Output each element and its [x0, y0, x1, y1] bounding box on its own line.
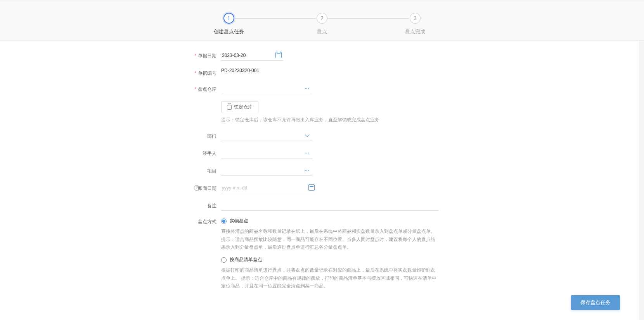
radio-by-list-desc: 根据打印的商品清单进行盘点，并将盘点的数量记录在对应的商品上，最后在系统中将实盘…: [221, 266, 438, 290]
doc-date-input[interactable]: [221, 50, 283, 61]
step-1: 1 创建盘点任务: [182, 13, 275, 35]
step-1-circle: 1: [223, 13, 234, 24]
step-2-circle: 2: [317, 13, 327, 24]
label-method: 盘点方式: [186, 218, 221, 225]
label-department: 部门: [186, 131, 221, 139]
footer-actions: 保存盘点任务: [571, 295, 620, 310]
step-1-label: 创建盘点任务: [214, 28, 244, 35]
form-scroll-area[interactable]: 单据日期 单据编号 PD-20230320-001 盘点仓库 ···: [0, 50, 644, 297]
ellipsis-icon[interactable]: ···: [305, 150, 311, 157]
lock-button-label: 锁定仓库: [234, 104, 253, 110]
save-task-button[interactable]: 保存盘点任务: [571, 295, 620, 310]
label-doc-date: 单据日期: [186, 50, 221, 59]
row-remark: 备注: [186, 200, 450, 211]
warehouse-input[interactable]: [221, 84, 312, 94]
ellipsis-icon[interactable]: ···: [305, 168, 311, 174]
lock-warehouse-button[interactable]: 锁定仓库: [221, 101, 258, 113]
label-remark: 备注: [186, 200, 221, 209]
radio-physical-count[interactable]: 实物盘点: [221, 218, 438, 224]
steps-bar: 1 创建盘点任务 2 盘点 3 盘点完成: [0, 0, 644, 41]
row-warehouse: 盘点仓库 ···: [186, 84, 450, 94]
label-handler: 经手人: [186, 148, 221, 157]
handler-input[interactable]: [221, 148, 312, 158]
help-icon[interactable]: ?: [194, 185, 199, 191]
label-warehouse: 盘点仓库: [186, 84, 221, 93]
calendar-icon[interactable]: [308, 184, 315, 191]
ellipsis-icon[interactable]: ···: [305, 86, 311, 92]
radio-physical-label: 实物盘点: [230, 218, 248, 224]
radio-by-list-label: 按商品清单盘点: [230, 256, 262, 263]
step-line-2: [327, 18, 409, 19]
step-3: 3 盘点完成: [369, 13, 462, 35]
step-2: 2 盘点: [275, 13, 369, 35]
row-department: 部门: [186, 131, 450, 141]
row-lock: 锁定仓库 提示：锁定仓库后，该仓库不允许再做出入库业务，直至解锁或完成盘点业务: [186, 101, 450, 124]
row-project: 项目 ···: [186, 165, 450, 176]
doc-no-value: PD-20230320-001: [221, 68, 259, 73]
radio-by-list-input[interactable]: [221, 257, 227, 263]
row-method: 盘点方式 实物盘点 直接将清点的商品名称和数量记录在纸上，最后在系统中将商品和实…: [186, 218, 450, 295]
label-doc-no: 单据编号: [186, 68, 221, 77]
step-3-circle: 3: [410, 13, 421, 24]
label-book-date: ? 账面日期: [186, 183, 221, 192]
row-doc-no: 单据编号 PD-20230320-001: [186, 68, 450, 77]
radio-physical-input[interactable]: [221, 218, 227, 224]
label-lock-empty: [186, 101, 221, 103]
lock-icon: [227, 105, 232, 110]
row-doc-date: 单据日期: [186, 50, 450, 61]
book-date-input[interactable]: [221, 183, 316, 193]
step-3-label: 盘点完成: [405, 28, 425, 35]
lock-hint-text: 提示：锁定仓库后，该仓库不允许再做出入库业务，直至解锁或完成盘点业务: [221, 116, 438, 124]
row-handler: 经手人 ···: [186, 148, 450, 158]
step-2-label: 盘点: [317, 28, 327, 35]
label-book-date-text: 账面日期: [198, 186, 216, 191]
chevron-down-icon[interactable]: [305, 132, 311, 138]
radio-physical-desc: 直接将清点的商品名称和数量记录在纸上，最后在系统中将商品和实盘数量录入到盘点单或…: [221, 227, 438, 251]
calendar-icon[interactable]: [275, 52, 282, 58]
step-line-1: [234, 18, 316, 19]
row-book-date: ? 账面日期: [186, 183, 450, 193]
radio-by-list[interactable]: 按商品清单盘点: [221, 256, 438, 263]
project-input[interactable]: [221, 165, 312, 176]
label-project: 项目: [186, 165, 221, 174]
department-input[interactable]: [221, 131, 312, 141]
remark-input[interactable]: [221, 200, 438, 211]
